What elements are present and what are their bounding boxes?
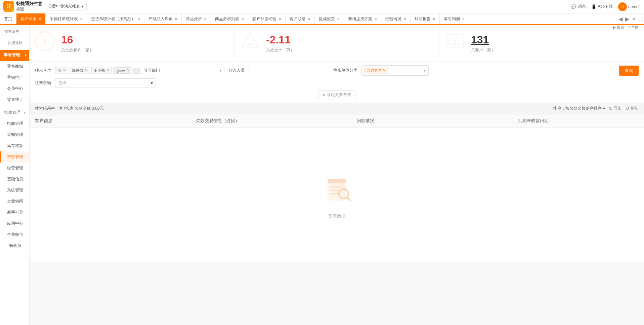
messages-button[interactable]: 💬 消息 bbox=[571, 4, 586, 9]
tab-4[interactable]: 商品分析 ✕ bbox=[182, 13, 211, 25]
sidebar-item-retail-stats[interactable]: 零售统计 bbox=[0, 94, 29, 105]
remove-tag-wu[interactable]: ✕ bbox=[63, 68, 66, 73]
tab-close-8[interactable]: ✕ bbox=[337, 17, 340, 21]
nav-prev-arrow[interactable]: ◀ bbox=[617, 16, 624, 22]
sidebar-item-basic-info[interactable]: 基础信息 bbox=[0, 174, 29, 185]
tab-close-0[interactable]: ✕ bbox=[39, 17, 41, 21]
filter-unit-class-tags: 普通客户 ✕ bbox=[364, 67, 388, 74]
message-icon: 💬 bbox=[571, 4, 576, 9]
col-payment-status: 回款情况 bbox=[357, 118, 518, 124]
table-header: 客户信息 欠款交易信息（占比） 回款情况 到期未收款日期 bbox=[30, 114, 644, 128]
balance-arrow: ▾ bbox=[151, 81, 153, 85]
filter-unit-class-select[interactable]: 普通客户 ✕ ▾ bbox=[361, 65, 429, 76]
tab-3[interactable]: 产成品入库单 ✕ bbox=[144, 13, 182, 25]
filter-person-label: 分管人员 bbox=[228, 68, 245, 73]
sidebar-item-operations[interactable]: 经营管理 bbox=[0, 162, 29, 174]
tab-close-12[interactable]: ✕ bbox=[462, 17, 465, 21]
chevron-icon: ▾ bbox=[25, 53, 27, 57]
sidebar-item-marketing[interactable]: 营销推广 bbox=[0, 72, 29, 83]
tab-8[interactable]: 提成设置 ✕ bbox=[315, 13, 344, 25]
filter-dept-select[interactable]: ▾ bbox=[164, 66, 224, 75]
sidebar-item-finance[interactable]: 资金管理 bbox=[0, 151, 29, 162]
tab-home[interactable]: 首页 bbox=[0, 13, 16, 25]
tab-12[interactable]: 零售利润 ✕ bbox=[440, 13, 469, 25]
sidebar-item-member-center[interactable]: 会员中心 bbox=[0, 83, 29, 94]
video-link[interactable]: ▶ 视频 bbox=[613, 25, 624, 30]
sidebar-item-beginner-guide[interactable]: 新手引导 bbox=[0, 207, 29, 218]
nav-next-arrow[interactable]: ▶ bbox=[624, 16, 631, 22]
help-icon: ? bbox=[628, 26, 630, 30]
remove-tag-chen[interactable]: ✕ bbox=[85, 68, 88, 73]
tab-9[interactable]: 新增提成方案 ✕ bbox=[344, 13, 381, 25]
sidebar-search-area bbox=[0, 25, 29, 38]
filter-unit-class-label: 往来单位分类 bbox=[333, 68, 357, 73]
app-download-button[interactable]: 📱 App下载 bbox=[591, 4, 613, 9]
tab-close-3[interactable]: ✕ bbox=[175, 17, 177, 21]
filter-more-button[interactable]: ··· bbox=[133, 68, 140, 74]
sidebar-item-retail-management[interactable]: 零售管理 ▾ bbox=[0, 50, 29, 61]
nav-expand[interactable]: ⛶ bbox=[637, 16, 644, 22]
tab-10[interactable]: 经营情况 ✕ bbox=[381, 13, 411, 25]
filter-dept-label: 分管部门 bbox=[144, 68, 160, 73]
stat-label-customers: 总欠款客户（家） bbox=[61, 47, 93, 53]
remove-tag-wang[interactable]: ✕ bbox=[106, 68, 110, 73]
tab-7[interactable]: 客户联络 ✕ bbox=[286, 13, 315, 25]
col-customer-info: 客户信息 bbox=[35, 118, 196, 124]
refresh-icon2: ↺ bbox=[626, 106, 629, 111]
filter-dept-value bbox=[167, 68, 171, 73]
filter-unit-label: 往来单位 bbox=[35, 68, 51, 73]
tab-close-2[interactable]: ✕ bbox=[137, 17, 140, 21]
sidebar-item-quick-nav[interactable]: 快捷导航 bbox=[0, 38, 29, 48]
store-selector[interactable]: 母婴行业演示帐套 ▾ bbox=[45, 3, 87, 10]
help-link[interactable]: ? 帮助 bbox=[628, 25, 639, 30]
tab-close-6[interactable]: ✕ bbox=[278, 17, 281, 21]
tab-1[interactable]: 采购订单统计表 ✕ bbox=[46, 13, 87, 25]
refresh-button[interactable]: ↺ 刷新 bbox=[626, 106, 639, 111]
nav-close-all[interactable]: ✕ bbox=[631, 16, 637, 22]
remove-tag-cjttcw[interactable]: ✕ bbox=[127, 68, 130, 73]
collapse-button[interactable]: ∧ 收起更多条件 bbox=[318, 90, 355, 99]
tab-close-11[interactable]: ✕ bbox=[433, 17, 435, 21]
main-layout: 快捷导航 零售管理 ▾ 零售商城 营销推广 会员中心 零售统计 批发管理 ▸ 电… bbox=[0, 25, 644, 325]
sidebar-item-enterprise-collab[interactable]: 企业协同 bbox=[0, 196, 29, 207]
tab-close-5[interactable]: ✕ bbox=[241, 17, 244, 21]
sidebar-item-system[interactable]: 系统管理 bbox=[0, 185, 29, 196]
tab-close-10[interactable]: ✕ bbox=[403, 17, 406, 21]
sort-button[interactable]: 排序：按欠款金额倒序排序 ▾ bbox=[553, 106, 605, 111]
tab-close-4[interactable]: ✕ bbox=[204, 17, 207, 21]
sidebar-item-purchase[interactable]: 采购管理 bbox=[0, 129, 29, 140]
filter-row-2: 往来余额 选择... ▾ bbox=[35, 78, 639, 87]
tab-5[interactable]: 商品分析列表 ✕ bbox=[211, 13, 248, 25]
sidebar-item-inventory[interactable]: 库存核算 bbox=[0, 140, 29, 151]
query-button[interactable]: 查询 bbox=[619, 66, 639, 76]
col-debt-info: 欠款交易信息（占比） bbox=[196, 118, 357, 124]
results-summary: 搜索结果中：客户0家 欠款金额 0.00元 bbox=[35, 106, 104, 111]
nav-tabs-wrapper: 客户账本 ✕ 采购订单统计表 ✕ 进货单统计表（按商品） ✕ 产成品入库单 ✕ … bbox=[16, 13, 617, 25]
sidebar-item-retail-mall[interactable]: 零售商城 bbox=[0, 61, 29, 72]
tab-close-7[interactable]: ✕ bbox=[308, 17, 310, 21]
tab-2[interactable]: 进货单统计表（按商品） ✕ bbox=[87, 13, 144, 25]
stat-card-customers: ¥ 16 总欠款客户（家） bbox=[30, 25, 234, 62]
sidebar-item-chang-member[interactable]: 畅会员 bbox=[0, 240, 29, 251]
filter-tag-cjttcw: cjttcw ✕ bbox=[113, 67, 132, 74]
sidebar-item-enterprise-wechat[interactable]: 企业微信 bbox=[0, 229, 29, 240]
tab-close-1[interactable]: ✕ bbox=[80, 17, 83, 21]
sidebar-item-wholesale[interactable]: 批发管理 ▸ bbox=[0, 107, 29, 118]
search-input[interactable] bbox=[2, 28, 27, 35]
tab-close-9[interactable]: ✕ bbox=[374, 17, 377, 21]
content-area: ▶ 视频 ? 帮助 ¥ 16 总欠款客户（家） bbox=[30, 25, 644, 325]
user-menu[interactable]: d demo2 bbox=[618, 2, 641, 11]
export-button[interactable]: ↻ 导出 bbox=[609, 106, 622, 111]
remove-tag-normal[interactable]: ✕ bbox=[383, 68, 386, 73]
stat-number-debt: -2.11 bbox=[266, 34, 294, 46]
tab-0[interactable]: 客户账本 ✕ bbox=[16, 13, 46, 25]
tab-6[interactable]: 客户分层经营 ✕ bbox=[248, 13, 286, 25]
svg-text:¥: ¥ bbox=[42, 36, 48, 47]
tab-11[interactable]: 利润报告 ✕ bbox=[411, 13, 440, 25]
filter-balance-select[interactable]: 选择... ▾ bbox=[55, 78, 156, 87]
sidebar: 快捷导航 零售管理 ▾ 零售商城 营销推广 会员中心 零售统计 批发管理 ▸ 电… bbox=[0, 25, 30, 325]
filter-person-select[interactable]: ··· bbox=[249, 66, 329, 75]
sidebar-item-app-center[interactable]: 应用中心 bbox=[0, 218, 29, 229]
empty-illustration bbox=[320, 170, 354, 209]
sidebar-item-ecommerce[interactable]: 电商管理 bbox=[0, 118, 29, 129]
